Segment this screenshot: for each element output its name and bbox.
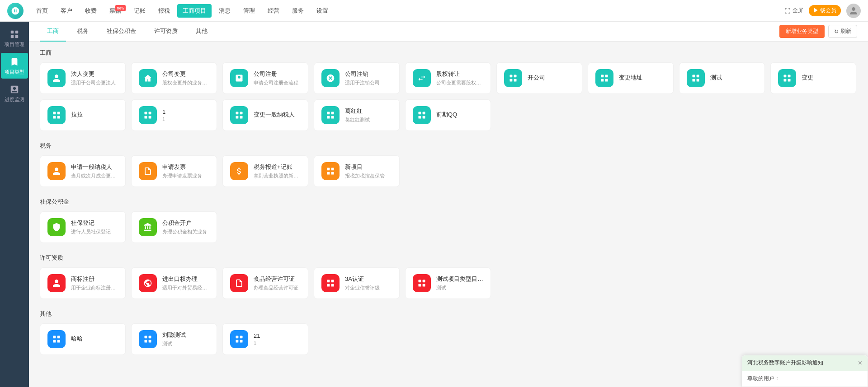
card-0-9[interactable]: 拉拉	[40, 99, 126, 131]
card-desc-4-1: 测试	[162, 340, 209, 347]
subtab-其他[interactable]: 其他	[189, 22, 215, 42]
nav-item-9[interactable]: 经营	[262, 4, 285, 18]
sidebar-item-项目管理[interactable]: 项目管理	[1, 25, 28, 51]
card-icon-4-1	[139, 330, 157, 348]
subtab-许可资质[interactable]: 许可资质	[147, 22, 185, 42]
card-0-1[interactable]: 公司变更股权变更外的业务变更	[131, 62, 217, 94]
card-0-13[interactable]: 前期QQ	[405, 99, 491, 131]
notification-close-button[interactable]: ×	[858, 359, 862, 367]
card-1-1[interactable]: 申请发票办理申请发票业务	[131, 155, 217, 187]
subtabs-actions: 新增业务类型 ↻ 刷新	[779, 25, 857, 38]
sidebar-item-进度监测[interactable]: 进度监测	[1, 80, 28, 106]
card-3-4[interactable]: 测试项目类型目定义测试	[405, 267, 491, 299]
card-title-0-5: 开公司	[528, 74, 575, 82]
subtab-税务[interactable]: 税务	[70, 22, 96, 42]
card-3-2[interactable]: 食品经营许可证办理食品经营许可证	[222, 267, 308, 299]
svg-rect-36	[419, 112, 421, 115]
card-4-2[interactable]: 211	[222, 323, 308, 355]
cards-grid-1: 申请一般纳税人当月或次月成变更完成申请发票办理申请发票业务税务报道+记账拿到营业…	[40, 155, 857, 187]
svg-rect-48	[419, 280, 421, 283]
refresh-icon: ↻	[834, 28, 839, 35]
card-icon-1-2	[230, 162, 248, 180]
nav-item-6[interactable]: 工商项目	[177, 4, 212, 18]
subtab-工商[interactable]: 工商	[40, 22, 66, 42]
svg-rect-35	[331, 116, 334, 119]
card-2-1[interactable]: 公积金开户办理公积金相关业务	[131, 211, 217, 243]
nav-item-11[interactable]: 设置	[311, 4, 334, 18]
sidebar-icon-0	[9, 29, 20, 40]
card-0-11[interactable]: 变更一般纳税人	[222, 99, 308, 131]
add-type-button[interactable]: 新增业务类型	[779, 25, 825, 38]
card-3-1[interactable]: 进出口权办理适用于对外贸易经营者	[131, 267, 217, 299]
logo[interactable]	[7, 3, 24, 19]
card-info-3-4: 测试项目类型目定义测试	[436, 275, 483, 291]
card-3-3[interactable]: 3A认证对企业信誉评级	[314, 267, 400, 299]
notification-header: 河北税务数字账户升级影响通知 ×	[742, 355, 868, 371]
nav-badge-3: new	[115, 5, 126, 11]
card-1-2[interactable]: 税务报道+记账拿到营业执照的新公司	[222, 155, 308, 187]
refresh-button[interactable]: ↻ 刷新	[828, 25, 857, 38]
svg-rect-32	[327, 112, 330, 115]
nav-item-1[interactable]: 客户	[55, 4, 78, 18]
card-1-3[interactable]: 新项目报税加税控盘保管	[314, 155, 400, 187]
card-0-6[interactable]: 变更地址	[588, 62, 674, 94]
svg-rect-28	[236, 112, 239, 115]
svg-rect-0	[11, 31, 14, 33]
card-icon-0-1	[139, 69, 157, 87]
card-desc-3-1: 适用于对外贸易经营者	[162, 284, 209, 291]
card-desc-0-10: 1	[162, 117, 209, 122]
nav-item-5[interactable]: 报税	[153, 4, 175, 18]
card-3-0[interactable]: 商标注册用于企业商标注册服务	[40, 267, 126, 299]
sidebar-item-项目类型[interactable]: 项目类型	[1, 53, 28, 79]
card-0-0[interactable]: 法人变更适用于公司变更法人	[40, 62, 126, 94]
svg-rect-20	[53, 112, 56, 115]
svg-rect-4	[510, 75, 513, 78]
subtab-社保公积金[interactable]: 社保公积金	[99, 22, 143, 42]
card-0-4[interactable]: 股权转让公司变更需要股权转让	[405, 62, 491, 94]
svg-rect-9	[605, 75, 608, 78]
fullscreen-button[interactable]: 全屏	[784, 7, 803, 14]
svg-rect-47	[331, 284, 334, 287]
svg-rect-23	[57, 116, 60, 119]
nav-item-4[interactable]: 记账	[128, 4, 151, 18]
svg-rect-11	[605, 79, 608, 82]
card-title-0-10: 1	[162, 108, 209, 115]
card-title-0-3: 公司注销	[345, 70, 392, 78]
card-0-10[interactable]: 11	[131, 99, 217, 131]
sidebar-label-2: 进度监测	[5, 97, 24, 103]
card-info-0-5: 开公司	[528, 74, 575, 83]
vip-button[interactable]: ▶ 畅会员	[809, 5, 841, 16]
cards-grid-0: 法人变更适用于公司变更法人公司变更股权变更外的业务变更公司注册申请公司注册全流程…	[40, 62, 857, 131]
nav-item-2[interactable]: 收费	[80, 4, 102, 18]
nav-item-10[interactable]: 服务	[287, 4, 309, 18]
card-0-12[interactable]: 葛红红葛红红测试	[314, 99, 400, 131]
svg-rect-18	[784, 79, 787, 82]
nav-item-8[interactable]: 管理	[238, 4, 260, 18]
card-icon-3-1	[139, 274, 157, 292]
user-avatar[interactable]	[846, 4, 861, 18]
card-0-3[interactable]: 公司注销适用于注销公司	[314, 62, 400, 94]
card-4-1[interactable]: 刘聪测试测试	[131, 323, 217, 355]
svg-rect-40	[327, 168, 330, 171]
vip-icon: ▶	[813, 7, 819, 14]
card-0-7[interactable]: 测试	[679, 62, 765, 94]
card-info-0-13: 前期QQ	[436, 111, 483, 120]
nav-item-3[interactable]: 票据new	[104, 4, 127, 18]
svg-rect-21	[57, 112, 60, 115]
card-4-0[interactable]: 哈哈	[40, 323, 126, 355]
svg-rect-13	[697, 75, 699, 78]
card-info-1-0: 申请一般纳税人当月或次月成变更完成	[71, 163, 118, 179]
card-info-0-8: 变更	[802, 74, 849, 83]
card-info-0-2: 公司注册申请公司注册全流程	[254, 70, 301, 86]
nav-item-0[interactable]: 首页	[31, 4, 53, 18]
card-0-5[interactable]: 开公司	[496, 62, 582, 94]
card-0-2[interactable]: 公司注册申请公司注册全流程	[222, 62, 308, 94]
card-1-0[interactable]: 申请一般纳税人当月或次月成变更完成	[40, 155, 126, 187]
svg-rect-51	[423, 284, 425, 287]
card-2-0[interactable]: 社保登记进行人员社保登记	[40, 211, 126, 243]
card-icon-2-0	[47, 218, 66, 236]
sidebar-icon-1	[9, 56, 20, 67]
card-0-8[interactable]: 变更	[770, 62, 856, 94]
nav-item-7[interactable]: 消息	[213, 4, 236, 18]
card-title-3-3: 3A认证	[345, 275, 392, 283]
